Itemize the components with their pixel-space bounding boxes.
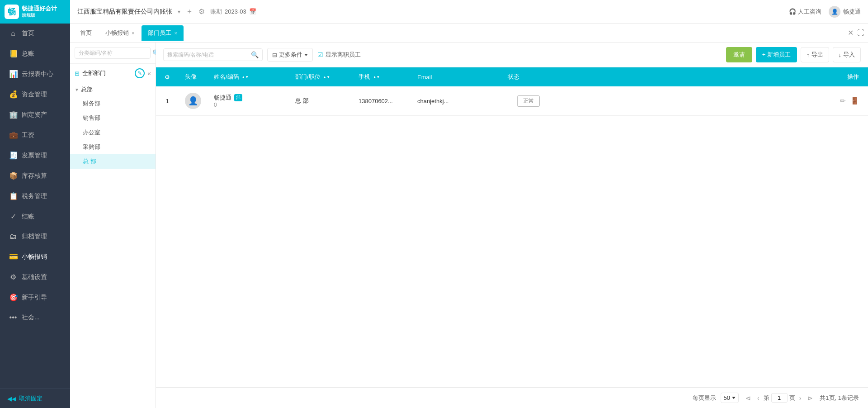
page-size-label: 每页显示 [693, 394, 716, 402]
dept-item-general[interactable]: 总 部 [70, 154, 156, 169]
archive-icon: 🗂 [9, 232, 17, 241]
sidebar-item-ledger[interactable]: 📒 总账 [0, 43, 70, 64]
all-departments-label[interactable]: 全部部门 [82, 69, 132, 77]
sidebar-item-settings[interactable]: ⚙ 基础设置 [0, 267, 70, 287]
assets-icon: 🏢 [9, 110, 17, 119]
sidebar-item-checkout[interactable]: ✓ 结账 [0, 206, 70, 227]
last-page-btn[interactable]: ⊳ [805, 394, 815, 403]
sidebar-item-more[interactable]: ••• 社会... [0, 308, 70, 327]
col-dept-header[interactable]: 部门/职位 ▲▼ [289, 67, 352, 86]
col-settings[interactable]: ⚙ [156, 67, 179, 86]
company-dropdown-btn[interactable]: ▾ [178, 9, 180, 15]
dept-badge: 部 [234, 94, 242, 101]
employees-table: ⚙ 头像 姓名/编码 ▲▼ 部门/职位 ▲▼ 手机 [156, 67, 868, 116]
page-size-dropdown-icon [732, 397, 736, 399]
employee-search-input[interactable] [167, 52, 249, 58]
payroll-icon: 💼 [9, 131, 17, 139]
headphone-icon: 🎧 [789, 8, 796, 15]
period-label: 账期 [210, 8, 222, 16]
col-name-header[interactable]: 姓名/编码 ▲▼ [208, 67, 289, 86]
page-nav: ⊲ ‹ 第 页 › ⊳ [743, 393, 815, 403]
sidebar-item-archive[interactable]: 🗂 归档管理 [0, 227, 70, 247]
name-sort-icon: ▲▼ [241, 75, 249, 79]
sidebar-item-inventory[interactable]: 📦 库存核算 [0, 166, 70, 186]
page-input[interactable] [771, 393, 788, 403]
show-resigned-label: 显示离职员工 [326, 51, 361, 59]
unpin-icon: ◀◀ [7, 395, 16, 402]
sidebar-item-home[interactable]: ⌂ 首页 [0, 24, 70, 43]
show-resigned-checkbox[interactable]: ☑ 显示离职员工 [317, 51, 361, 59]
sidebar-item-assets[interactable]: 🏢 固定资产 [0, 104, 70, 125]
sidebar-item-tax-label: 税务管理 [22, 192, 47, 200]
page-input-area: 第 页 [764, 393, 795, 403]
dept-edit-btn[interactable]: ✎ [135, 68, 145, 78]
more-filters-btn[interactable]: ⊟ 更多条件 [267, 48, 313, 62]
sidebar-item-guide[interactable]: 🎯 新手引导 [0, 287, 70, 308]
right-panel: 🔍 ⊟ 更多条件 ☑ 显示离职员工 邀请 + 新增员工 ↑ 导出 [156, 43, 868, 408]
first-page-btn[interactable]: ⊲ [743, 394, 753, 403]
status-badge: 正常 [517, 95, 540, 107]
page-size-value: 50 [724, 394, 730, 401]
period-value: 2023-03 [225, 8, 246, 15]
sidebar-item-invoice[interactable]: 🧾 发票管理 [0, 145, 70, 166]
employees-toolbar: 🔍 ⊟ 更多条件 ☑ 显示离职员工 邀请 + 新增员工 ↑ 导出 [156, 43, 868, 67]
topbar-right: 🎧 人工咨询 👤 畅捷通 [789, 6, 861, 18]
dept-item-procurement[interactable]: 采购部 [70, 140, 156, 154]
dept-search-input[interactable] [75, 47, 151, 59]
tab-home[interactable]: 首页 [74, 25, 98, 41]
sidebar-item-ledger-label: 总账 [22, 50, 34, 58]
ledger-icon: 📒 [9, 49, 17, 58]
import-button[interactable]: ↓ 导入 [833, 47, 861, 62]
col-avatar-header: 头像 [179, 67, 208, 86]
tab-expense[interactable]: 小畅报销 × [99, 25, 141, 41]
add-company-btn[interactable]: ＋ [186, 7, 193, 16]
invite-button[interactable]: 邀请 [726, 47, 752, 62]
prev-page-btn[interactable]: ‹ [755, 394, 762, 403]
employee-search-icon[interactable]: 🔍 [251, 51, 259, 58]
sidebar-item-reports[interactable]: 📊 云报表中心 [0, 64, 70, 84]
app-name: 畅捷通好会计 [22, 5, 57, 12]
main-area: 江西服宝精品有限责任公司内账张 ▾ ＋ ⚙ 账期 2023-03 📅 🎧 人工咨… [70, 0, 868, 408]
tab-expense-close[interactable]: × [132, 30, 134, 36]
reports-icon: 📊 [9, 70, 17, 78]
export-button[interactable]: ↑ 导出 [801, 47, 829, 62]
next-page-btn[interactable]: › [797, 394, 804, 403]
support-btn[interactable]: 🎧 人工咨询 [789, 8, 821, 16]
col-phone-header[interactable]: 手机 ▲▼ [352, 67, 411, 86]
page-size-select[interactable]: 50 [721, 393, 739, 403]
dept-item-office[interactable]: 办公室 [70, 125, 156, 140]
sidebar-item-payroll[interactable]: 💼 工资 [0, 125, 70, 145]
tab-employees-close[interactable]: × [174, 30, 177, 36]
dept-item-sales[interactable]: 销售部 [70, 111, 156, 125]
sidebar-item-guide-label: 新手引导 [22, 294, 47, 302]
avatar: 👤 [185, 93, 201, 109]
expand-tab-btn[interactable]: ⛶ [857, 29, 864, 37]
tab-employees[interactable]: 部门员工 × [142, 25, 183, 41]
dept-grid-icon: ⊞ [75, 70, 80, 77]
sidebar-item-funds[interactable]: 💰 资金管理 [0, 84, 70, 104]
row-avatar: 👤 [179, 86, 208, 116]
row-num: 1 [156, 86, 179, 116]
invoice-icon: 🧾 [9, 151, 17, 160]
settings-btn[interactable]: ⚙ [198, 7, 205, 16]
add-employee-button[interactable]: + 新增员工 [756, 47, 797, 62]
delete-icon[interactable]: 🚪 [850, 97, 859, 105]
filter-dropdown-icon [304, 54, 308, 56]
tax-icon: 📋 [9, 192, 17, 200]
dept-item-finance[interactable]: 财务部 [70, 96, 156, 111]
close-tab-btn[interactable]: ✕ [848, 28, 854, 37]
dept-collapse-btn[interactable]: « [147, 70, 151, 77]
more-icon: ••• [9, 313, 17, 322]
employee-code: 0 [214, 102, 283, 108]
user-menu[interactable]: 👤 畅捷通 [829, 6, 861, 18]
dept-group-root-label[interactable]: 总部 [81, 85, 93, 94]
edit-icon[interactable]: ✏ [840, 97, 846, 105]
unpin-button[interactable]: ◀◀ 取消固定 [0, 389, 70, 408]
action-icons: ✏ 🚪 [562, 97, 859, 105]
row-actions: ✏ 🚪 [556, 86, 868, 116]
name-cell-inner: 畅捷通 部 [214, 94, 283, 102]
sidebar-item-expense[interactable]: 💳 小畅报销 [0, 247, 70, 267]
filter-icon: ⊟ [272, 52, 277, 58]
sidebar-item-tax[interactable]: 📋 税务管理 [0, 186, 70, 206]
content-area: 🔍 ⊞ 全部部门 ✎ « ▼ 总部 财务部 销售部 办公室 采购部 总 部 [70, 43, 868, 408]
